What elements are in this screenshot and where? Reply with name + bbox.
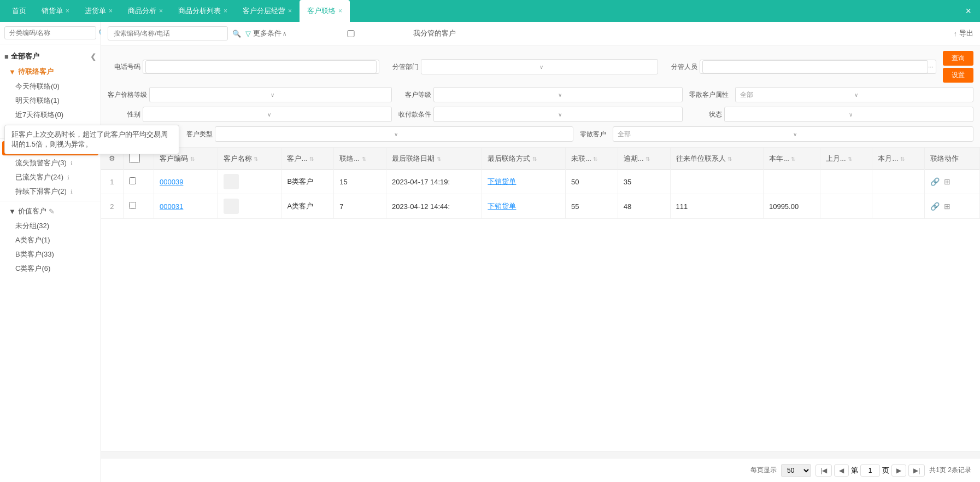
- col-this-year[interactable]: 本年...: [763, 148, 820, 170]
- table-row: 1 000039 B类客户 15 2023-04-17 14:19: 下销货单 …: [101, 170, 980, 194]
- per-page-select[interactable]: 50 20 100: [781, 464, 811, 477]
- row-overdue: 35: [618, 170, 670, 194]
- row-code[interactable]: 000039: [154, 170, 218, 194]
- search-icon[interactable]: 🔍: [232, 30, 241, 38]
- col-name[interactable]: 客户名称: [218, 148, 281, 170]
- sidebar-item-today[interactable]: 今天待联络(0): [0, 79, 101, 94]
- dots-icon[interactable]: ···: [928, 63, 934, 71]
- retail-attr-select[interactable]: 全部 ∨: [735, 87, 973, 102]
- query-button[interactable]: 查询: [943, 51, 973, 66]
- sidebar-item-lost[interactable]: 已流失客户(24) ℹ: [0, 170, 101, 184]
- retail-customer-select[interactable]: 全部 ∨: [613, 126, 973, 142]
- nav-sales-order[interactable]: 销货单 ×: [34, 0, 77, 22]
- nav-customer-segment[interactable]: 客户分层经营 ×: [235, 0, 300, 22]
- nav-product-analysis[interactable]: 商品分析 ×: [120, 0, 171, 22]
- prev-page-button[interactable]: ◀: [834, 464, 849, 477]
- sidebar-item-7days[interactable]: 近7天待联络(0): [0, 108, 101, 122]
- chevron-down-icon: ∨: [271, 92, 387, 98]
- chevron-down-icon: ∨: [854, 92, 969, 98]
- detail-icon[interactable]: ⊞: [944, 177, 950, 186]
- sidebar-item-class-c[interactable]: C类客户(6): [0, 262, 101, 276]
- customer-table: ⚙ 客户编码 客户名称 客户...: [101, 148, 980, 219]
- row-select-checkbox[interactable]: [129, 177, 136, 184]
- nav-close-icon[interactable]: ×: [288, 7, 292, 15]
- nav-close-icon[interactable]: ×: [159, 7, 163, 15]
- page-number-input[interactable]: [860, 464, 880, 477]
- contact-icon[interactable]: 🔗: [930, 202, 940, 211]
- first-page-button[interactable]: |◀: [815, 464, 832, 477]
- section-arrow-icon: ▼: [9, 207, 16, 216]
- branch-dept-select[interactable]: ∨: [421, 59, 658, 74]
- last-page-button[interactable]: ▶|: [908, 464, 925, 477]
- status-select[interactable]: ∨: [724, 107, 973, 122]
- nav-product-analysis-list[interactable]: 商品分析列表 ×: [171, 0, 235, 22]
- branch-person-input[interactable]: [702, 60, 928, 73]
- export-button[interactable]: ↑ 导出: [954, 28, 974, 38]
- sidebar-all-customers[interactable]: ■ 全部客户 ❮: [0, 49, 101, 64]
- nav-close-icon[interactable]: ×: [66, 7, 69, 15]
- col-contact-person[interactable]: 往来单位联系人: [670, 148, 763, 170]
- my-customers-checkbox[interactable]: [291, 30, 411, 37]
- filter-row-3: 性别 ∨ 收付款条件 ∨ 状态: [108, 107, 973, 122]
- sidebar-item-tomorrow[interactable]: 明天待联络(1): [0, 94, 101, 108]
- row-last-contact-method[interactable]: 下销货单: [482, 194, 566, 219]
- set-button[interactable]: 设置: [943, 68, 973, 83]
- collapse-icon[interactable]: ❮: [90, 53, 96, 61]
- row-select-checkbox[interactable]: [129, 202, 136, 209]
- settings-icon[interactable]: ⚙: [109, 154, 115, 162]
- nav-customer-contact[interactable]: 客户联络 ×: [300, 0, 350, 22]
- sidebar-item-class-a[interactable]: A类客户(1): [0, 233, 101, 247]
- window-close-button[interactable]: ×: [961, 5, 976, 17]
- row-last-contact-method[interactable]: 下销货单: [482, 170, 566, 194]
- sidebar-item-loss-warning[interactable]: 流失预警客户(3) ℹ: [0, 156, 101, 170]
- contact-icon[interactable]: 🔗: [930, 177, 940, 186]
- search-input[interactable]: [108, 26, 228, 40]
- phone-input[interactable]: [145, 60, 377, 73]
- customer-type-field: 客户类型 ∨: [180, 126, 573, 142]
- more-conditions-button[interactable]: ▽ 更多条件 ∧: [245, 28, 286, 38]
- tooltip-box: 距客户上次交易时长，超过了此客户的平均交易周期的1.5倍，则视为异常。: [4, 125, 179, 154]
- sidebar-item-declining[interactable]: 持续下滑客户(2) ℹ: [0, 184, 101, 199]
- customer-level-select[interactable]: ∨: [433, 87, 683, 102]
- gender-select[interactable]: ∨: [143, 107, 392, 122]
- col-contact-count[interactable]: 联络...: [334, 148, 386, 170]
- nav-close-icon[interactable]: ×: [109, 7, 113, 15]
- col-this-month[interactable]: 本月...: [872, 148, 925, 170]
- col-overdue[interactable]: 逾期...: [618, 148, 670, 170]
- phone-label: 电话号码: [108, 62, 140, 72]
- detail-icon[interactable]: ⊞: [944, 202, 950, 211]
- filter-icon: ▽: [245, 30, 251, 38]
- sidebar-item-class-b[interactable]: B类客户(33): [0, 247, 101, 262]
- nav-purchase-order[interactable]: 进货单 ×: [77, 0, 120, 22]
- row-this-month: [872, 170, 925, 194]
- branch-person-input-wrap: ···: [700, 60, 936, 74]
- customer-price-level-select[interactable]: ∨: [149, 87, 392, 102]
- row-actions: 🔗 ⊞: [925, 170, 980, 194]
- nav-close-icon[interactable]: ×: [338, 7, 342, 15]
- filter-row-4: ··· 客户类型 ∨ 零散客户 全部 ∨: [108, 126, 973, 142]
- sidebar-pending-section[interactable]: ▼ 待联络客户: [0, 64, 101, 79]
- row-this-month: [872, 194, 925, 219]
- col-last-month[interactable]: 上月...: [820, 148, 872, 170]
- nav-close-icon[interactable]: ×: [224, 7, 227, 15]
- right-content: 🔍 ▽ 更多条件 ∧ 我分管的客户 ↑ 导出 电话号码: [101, 22, 980, 482]
- horizontal-scrollbar[interactable]: [101, 451, 980, 458]
- sidebar-search-input[interactable]: [4, 26, 96, 39]
- row-contact-person: 111: [670, 194, 763, 219]
- nav-home[interactable]: 首页: [4, 0, 34, 22]
- sidebar-item-ungrouped[interactable]: 未分组(32): [0, 219, 101, 233]
- export-icon: ↑: [954, 30, 958, 38]
- col-last-contact-method[interactable]: 最后联络方式: [482, 148, 566, 170]
- chevron-down-icon: ∨: [558, 92, 678, 98]
- payment-terms-select[interactable]: ∨: [433, 107, 683, 122]
- col-customer-level[interactable]: 客户...: [281, 148, 334, 170]
- row-code[interactable]: 000031: [154, 194, 218, 219]
- customer-avatar: [224, 199, 239, 214]
- my-customers-checkbox-group: 我分管的客户: [291, 28, 456, 38]
- col-last-contact-date[interactable]: 最后联络日期: [386, 148, 482, 170]
- customer-type-select[interactable]: ∨: [215, 126, 573, 142]
- edit-icon[interactable]: ✎: [49, 207, 55, 216]
- sidebar-value-customer-section[interactable]: ▼ 价值客户 ✎: [0, 204, 101, 219]
- col-uncontacted[interactable]: 未联...: [565, 148, 618, 170]
- next-page-button[interactable]: ▶: [891, 464, 906, 477]
